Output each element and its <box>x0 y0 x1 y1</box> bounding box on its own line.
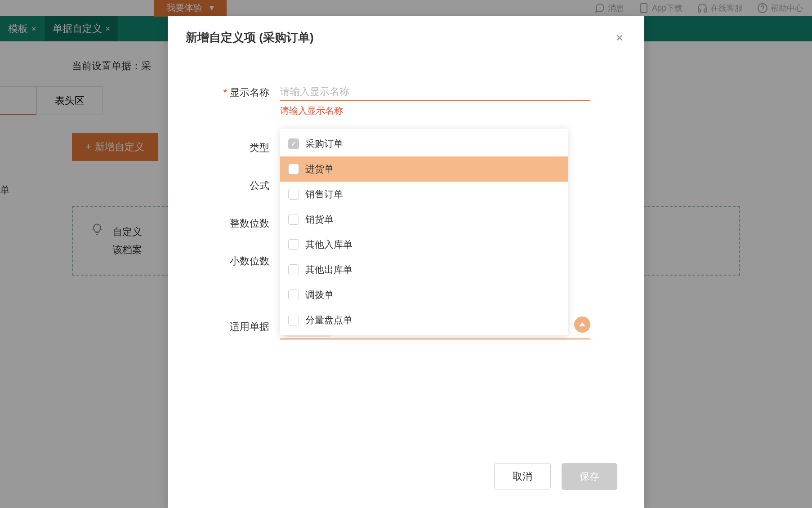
checkbox-icon[interactable] <box>288 214 299 225</box>
dropdown-option[interactable]: 其他入库单 <box>280 232 568 257</box>
label-display-name: 显示名称 <box>222 83 280 99</box>
modal-overlay: 新增自定义项 (采购订单) 显示名称 请输入显示名称 类型 公式 <box>0 0 812 508</box>
dropdown-option[interactable]: 分量盘点单 <box>280 307 568 333</box>
save-label: 保存 <box>580 471 599 482</box>
dropdown-option-label: 进货单 <box>305 163 334 175</box>
dropdown-scroll[interactable]: ✓采购订单进货单销售订单销货单其他入库单其他出库单调拨单分量盘点单 <box>280 131 568 333</box>
display-name-error: 请输入显示名称 <box>280 105 590 117</box>
dropdown-option[interactable]: 销售订单 <box>280 182 568 207</box>
dropdown-option[interactable]: 进货单 <box>280 156 568 182</box>
cancel-button[interactable]: 取消 <box>494 463 551 490</box>
dropdown-toggle[interactable] <box>574 316 590 333</box>
cancel-label: 取消 <box>513 471 532 482</box>
label-applicable: 适用单据 <box>222 317 280 334</box>
applicable-tag-input[interactable]: 采购订单 × ✓采购订单进货单销售订单销货单其他入库单其他出库单调拨单分量盘点单 <box>280 317 590 339</box>
form-row-display-name: 显示名称 请输入显示名称 <box>222 83 590 117</box>
dropdown-option-label: 分量盘点单 <box>305 314 352 326</box>
dropdown-option-label: 调拨单 <box>305 289 334 301</box>
app-container: 我要体验 ▾ 消息 App下载 在线客服 <box>0 0 812 508</box>
checkbox-icon[interactable] <box>288 164 299 174</box>
label-dec-digits: 小数位数 <box>222 252 280 268</box>
save-button[interactable]: 保存 <box>562 463 617 490</box>
dropdown-option-label: 采购订单 <box>305 138 343 150</box>
label-formula: 公式 <box>222 176 280 192</box>
dropdown-option-label: 销售订单 <box>305 188 343 201</box>
dropdown-option[interactable]: 调拨单 <box>280 282 568 307</box>
checkmark-icon: ✓ <box>291 140 297 148</box>
field-display-name: 请输入显示名称 <box>280 83 590 117</box>
checkbox-icon[interactable] <box>288 315 299 325</box>
dropdown-option-label: 销货单 <box>305 213 334 226</box>
label-int-digits: 整数位数 <box>222 214 280 230</box>
checkbox-icon[interactable] <box>288 264 299 275</box>
dropdown-option[interactable]: 其他出库单 <box>280 257 568 282</box>
dropdown-option-label: 其他出库单 <box>305 263 352 276</box>
checkbox-icon[interactable] <box>288 290 299 300</box>
label-type: 类型 <box>222 138 280 155</box>
chevron-up-icon <box>579 322 585 326</box>
dropdown-option[interactable]: ✓采购订单 <box>280 131 568 156</box>
modal-title: 新增自定义项 (采购订单) <box>186 30 314 45</box>
display-name-input[interactable] <box>280 83 590 101</box>
dropdown-option-label: 其他入库单 <box>305 238 352 251</box>
modal-header: 新增自定义项 (采购订单) <box>168 16 644 56</box>
checkbox-icon[interactable] <box>288 189 299 200</box>
dropdown-option[interactable]: 销货单 <box>280 207 568 232</box>
modal-close-button[interactable] <box>613 31 626 45</box>
checkbox-icon[interactable] <box>288 239 299 250</box>
modal-body: 显示名称 请输入显示名称 类型 公式 整数位数 小数位数 <box>168 56 644 445</box>
modal-footer: 取消 保存 <box>168 445 644 508</box>
modal: 新增自定义项 (采购订单) 显示名称 请输入显示名称 类型 公式 <box>168 16 644 508</box>
checkbox-icon[interactable]: ✓ <box>288 138 299 149</box>
form-row-applicable: 适用单据 采购订单 × ✓采购订单进货单销售订单销货单其他入库单其他出库单调拨单… <box>222 317 590 339</box>
dropdown-panel: ✓采购订单进货单销售订单销货单其他入库单其他出库单调拨单分量盘点单 <box>280 129 568 335</box>
